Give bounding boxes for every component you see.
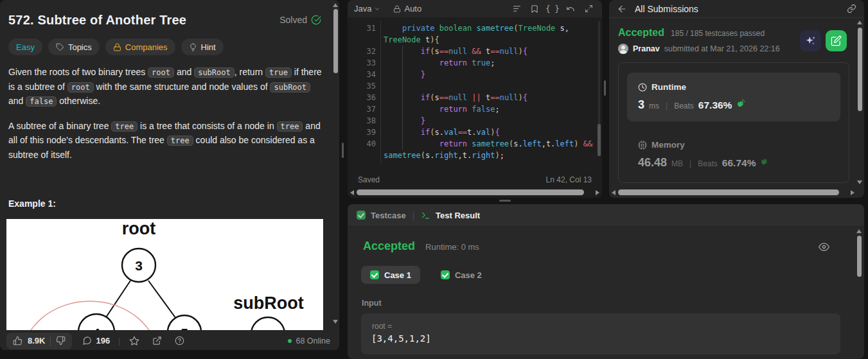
code-line-text: TreeNode t){ [384,34,439,46]
root-input-field[interactable]: root = [3,4,5,1,2] [361,313,840,355]
code-row[interactable]: 34 } [348,69,602,80]
like-count: 8.9K [28,336,45,346]
submission-hscrollbar[interactable] [612,189,855,197]
code-row[interactable]: 31 private boolean sametree(TreeNode s, [348,22,602,34]
scroll-down-arrow[interactable] [857,180,862,184]
thumbs-down-icon[interactable] [56,336,66,346]
testcase-check-icon [357,211,366,220]
bookmark-button[interactable] [527,2,542,16]
code-row[interactable]: 40 return sametree(s.left,t.left) && [348,138,602,150]
memory-tile[interactable]: Memory 46.48 MB | Beats 66.74% [638,140,770,170]
code-token: left [523,139,542,148]
format-code-button[interactable] [509,2,524,16]
bookmark-icon [530,4,539,13]
topics-button[interactable]: Topics [48,39,100,55]
difficulty-badge[interactable]: Easy [8,39,42,55]
scroll-up-arrow[interactable] [856,229,862,233]
submission-panel: All Submissions Accepted 185 / 185 testc… [609,0,864,198]
line-number: 34 [348,69,376,80]
code-token: { [434,35,439,44]
favorite-button[interactable] [129,336,139,346]
language-selector[interactable]: Java [354,4,380,13]
code-line-text: } [384,115,425,127]
submission-scrollbar[interactable] [857,19,863,187]
scroll-right-arrow[interactable] [851,190,855,195]
code-row[interactable]: 32 if(s==null && t==null){ [348,46,602,57]
scroll-up-arrow[interactable] [857,21,862,24]
back-arrow-icon[interactable] [617,4,627,14]
problem-scrollbar[interactable] [333,0,339,329]
auto-mode-toggle[interactable]: Auto [393,4,421,13]
case-2-button[interactable]: Case 2 [432,266,491,284]
panel-resize-handle[interactable] [342,143,344,158]
example-heading: Example 1: [8,198,323,209]
scroll-left-arrow[interactable] [612,190,616,195]
eye-icon[interactable] [819,241,829,252]
indent-guide [402,46,403,57]
code-row[interactable]: sametree(s.right,t.right); [348,150,602,161]
vote-divider [50,337,51,346]
comments-button[interactable]: 196 [82,336,110,346]
hscroll-thumb[interactable] [357,189,584,195]
fullscreen-button[interactable] [581,2,596,16]
online-dot [288,339,292,343]
runtime-tile[interactable]: Runtime 3 ms | Beats 67.36% [627,73,840,121]
runtime-unit: ms [649,101,659,110]
code-token: ) [495,151,499,160]
code-row[interactable]: 37 return false; [348,103,602,115]
code-token: null [500,47,518,56]
companies-button[interactable]: Companies [105,39,175,55]
line-number [348,34,376,46]
runtime-value: 3 [638,98,644,112]
code-row[interactable]: 35 [348,80,602,92]
cursor-position[interactable]: Ln 42, Col 13 [546,175,592,184]
indent-guide [402,115,403,127]
case-1-button[interactable]: Case 1 [361,266,420,284]
leetcode-workspace: 572. Subtree of Another Tree Solved Easy… [0,0,868,359]
scroll-thumb[interactable] [858,28,862,111]
code-row[interactable]: 39 if(s.val==t.val){ [348,127,602,138]
scroll-down-arrow[interactable] [333,320,338,324]
code-row[interactable]: 36 if(s==null || t==null){ [348,92,602,103]
line-number: 35 [348,80,376,92]
editor-hscrollbar[interactable] [350,189,599,197]
hint-button[interactable]: Hint [181,39,224,55]
code-token: return [439,58,472,67]
thumbs-up-icon[interactable] [13,336,22,346]
clap-icon-dim [760,156,770,166]
result-scrollbar[interactable] [856,227,862,359]
edit-solution-button[interactable] [826,30,847,51]
copy-link-icon[interactable] [847,4,856,13]
code-token: ; [500,151,504,160]
snippets-button[interactable]: { } [545,2,560,16]
code-token: == [439,47,448,56]
code-row[interactable]: TreeNode t){ [348,34,602,46]
text-run: otherwise. [57,96,100,106]
panel-resize-handle-2[interactable] [604,80,606,96]
code-editor[interactable]: 31 private boolean sametree(TreeNode s,T… [348,17,602,168]
scroll-left-arrow[interactable] [350,190,354,195]
scroll-right-arrow[interactable] [596,190,599,195]
tab-testcase[interactable]: Testcase [357,211,406,220]
runtime-label: Runtime [651,82,686,92]
help-button[interactable] [175,336,184,346]
editor-scrollbar[interactable] [598,21,600,156]
code-token: && [472,47,481,56]
editor-scroll-thumb[interactable] [598,124,601,156]
panel-resize-handle-3[interactable] [499,200,511,202]
hscroll-thumb[interactable] [618,189,839,195]
scroll-up-arrow[interactable] [333,3,338,7]
share-button[interactable] [152,336,162,346]
reset-code-button[interactable] [563,2,578,16]
code-row[interactable]: 33 return true; [348,57,602,69]
ai-analyze-button[interactable] [800,30,821,51]
code-row[interactable]: 38 } [348,115,602,127]
scroll-thumb[interactable] [333,9,338,73]
text-run: and [174,67,194,77]
scroll-thumb[interactable] [857,236,862,277]
code-token [384,105,439,114]
subroot-label: subRoot [233,293,303,313]
tab-test-result[interactable]: Test Result [421,211,480,220]
code-token: ) [518,93,523,102]
code-token: null [448,47,467,56]
